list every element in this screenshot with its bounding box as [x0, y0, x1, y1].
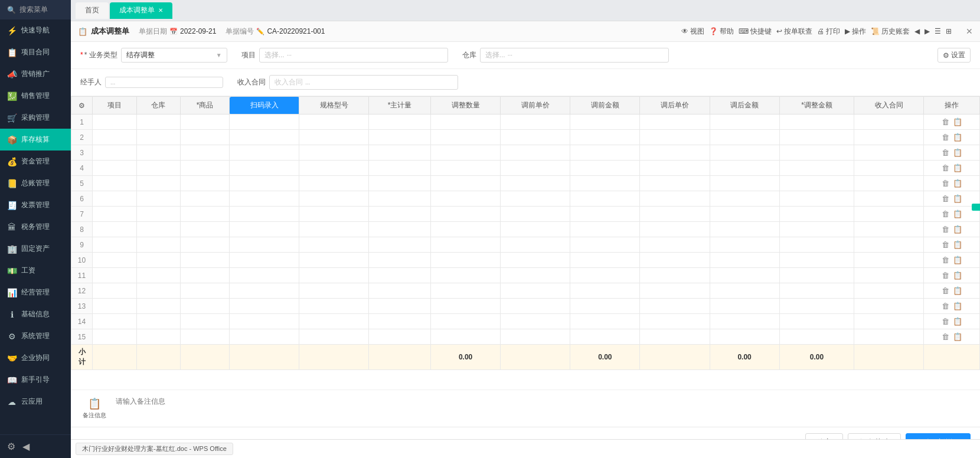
cell-row5-product[interactable] — [181, 176, 230, 191]
cell-row4-adj-amount[interactable] — [779, 161, 854, 176]
cell-row8-unit[interactable] — [369, 222, 431, 237]
cell-row9-pre-amount[interactable] — [570, 237, 640, 253]
cell-row9-post-unit-price[interactable] — [640, 237, 710, 253]
cell-row6-pre-amount[interactable] — [570, 191, 640, 207]
cell-row14-adj-amount[interactable] — [779, 314, 854, 329]
cell-row4-post-unit-price[interactable] — [640, 161, 710, 176]
cell-row8-product[interactable] — [181, 222, 230, 237]
copy-icon-row3[interactable]: 📋 — [953, 148, 962, 157]
cell-row3-scan-input[interactable] — [230, 145, 299, 161]
cell-row11-unit[interactable] — [369, 268, 431, 283]
cell-row12-post-amount[interactable] — [710, 283, 779, 299]
cell-row1-pre-amount[interactable] — [570, 114, 640, 130]
cell-row2-product[interactable] — [181, 130, 230, 145]
cell-row14-pre-amount[interactable] — [570, 314, 640, 329]
sidebar-item-ledger-mgmt[interactable]: 📒 总账管理 — [0, 172, 71, 194]
cell-row15-spec[interactable] — [299, 329, 369, 345]
cell-row6-product[interactable] — [181, 191, 230, 207]
green-side-tab[interactable]: 展 — [972, 204, 980, 211]
cell-row11-adj-qty[interactable] — [431, 268, 501, 283]
delete-icon-row10[interactable]: 🗑 — [942, 256, 949, 264]
cell-row3-ops[interactable]: 🗑 📋 — [924, 145, 980, 161]
cell-row4-spec[interactable] — [299, 161, 369, 176]
handler-input[interactable]: ... — [105, 77, 223, 88]
cell-row6-post-unit-price[interactable] — [640, 191, 710, 207]
cell-row14-post-amount[interactable] — [710, 314, 779, 329]
cell-row6-spec[interactable] — [299, 191, 369, 207]
copy-icon-row10[interactable]: 📋 — [953, 256, 962, 264]
cell-row9-warehouse[interactable] — [136, 237, 181, 253]
cell-row7-adj-amount[interactable] — [779, 207, 854, 222]
panel-action-view-toggle1[interactable]: ☰ — [935, 27, 941, 35]
cell-row12-income-contract[interactable] — [854, 283, 924, 299]
delete-icon-row2[interactable]: 🗑 — [942, 133, 949, 142]
cell-row3-pre-unit-price[interactable] — [501, 145, 570, 161]
cell-row9-adj-amount[interactable] — [779, 237, 854, 253]
cell-row9-unit[interactable] — [369, 237, 431, 253]
cell-row12-warehouse[interactable] — [136, 283, 181, 299]
business-type-select[interactable]: 结存调整 ▼ — [121, 48, 227, 63]
remark-icon-button[interactable]: 📋 备注信息 — [80, 395, 109, 422]
cell-row15-pre-unit-price[interactable] — [501, 329, 570, 345]
cell-row5-unit[interactable] — [369, 176, 431, 191]
delete-icon-row6[interactable]: 🗑 — [942, 194, 949, 203]
project-input[interactable]: 选择... ··· — [259, 48, 448, 63]
cell-row12-ops[interactable]: 🗑 📋 — [924, 283, 980, 299]
copy-icon-row14[interactable]: 📋 — [953, 317, 962, 326]
cell-row5-pre-amount[interactable] — [570, 176, 640, 191]
cell-row8-pre-unit-price[interactable] — [501, 222, 570, 237]
cell-row12-project[interactable] — [93, 283, 137, 299]
cell-row2-adj-amount[interactable] — [779, 130, 854, 145]
cell-row13-post-amount[interactable] — [710, 299, 779, 314]
sidebar-item-fund-mgmt[interactable]: 💰 资金管理 — [0, 151, 71, 172]
sidebar-item-salary[interactable]: 💵 工资 — [0, 260, 71, 282]
panel-action-print[interactable]: 🖨 打印 — [817, 27, 840, 37]
cell-row10-adj-qty[interactable] — [431, 253, 501, 268]
cell-row8-adj-amount[interactable] — [779, 222, 854, 237]
cell-row8-post-unit-price[interactable] — [640, 222, 710, 237]
remark-input[interactable] — [113, 395, 971, 408]
cell-row10-post-unit-price[interactable] — [640, 253, 710, 268]
cell-row1-income-contract[interactable] — [854, 114, 924, 130]
sidebar-item-inventory-calc[interactable]: 📦 库存核算 — [0, 129, 71, 151]
cell-row3-product[interactable] — [181, 145, 230, 161]
cell-row12-product[interactable] — [181, 283, 230, 299]
cell-row3-post-amount[interactable] — [710, 145, 779, 161]
toggle-icon[interactable]: ◀ — [22, 441, 30, 452]
cell-row9-ops[interactable]: 🗑 📋 — [924, 237, 980, 253]
cell-row11-income-contract[interactable] — [854, 268, 924, 283]
cell-row13-warehouse[interactable] — [136, 299, 181, 314]
cell-row5-post-amount[interactable] — [710, 176, 779, 191]
cell-row4-warehouse[interactable] — [136, 161, 181, 176]
settings-button[interactable]: ⚙ 设置 — [937, 48, 971, 63]
cell-row6-adj-qty[interactable] — [431, 191, 501, 207]
cell-row15-post-amount[interactable] — [710, 329, 779, 345]
cell-row15-product[interactable] — [181, 329, 230, 345]
cell-row8-warehouse[interactable] — [136, 222, 181, 237]
sidebar-item-sales-promotion[interactable]: 📣 营销推广 — [0, 63, 71, 85]
cell-row11-spec[interactable] — [299, 268, 369, 283]
sidebar-item-ops-mgmt[interactable]: 📊 经营管理 — [0, 282, 71, 303]
cell-row3-income-contract[interactable] — [854, 145, 924, 161]
cell-row4-ops[interactable]: 🗑 📋 — [924, 161, 980, 176]
cell-row8-project[interactable] — [93, 222, 137, 237]
sidebar-item-invoice-mgmt[interactable]: 🧾 发票管理 — [0, 194, 71, 216]
cell-row2-project[interactable] — [93, 130, 137, 145]
copy-icon-row2[interactable]: 📋 — [953, 133, 962, 142]
cell-row5-spec[interactable] — [299, 176, 369, 191]
cell-row1-scan-input[interactable] — [230, 114, 299, 130]
cell-row6-project[interactable] — [93, 191, 137, 207]
cell-row13-scan-input[interactable] — [230, 299, 299, 314]
copy-icon-row5[interactable]: 📋 — [953, 179, 962, 188]
delete-icon-row3[interactable]: 🗑 — [942, 148, 949, 157]
cell-row2-scan-input[interactable] — [230, 130, 299, 145]
copy-icon-row12[interactable]: 📋 — [953, 286, 962, 295]
th-config[interactable]: ⚙ — [71, 97, 93, 114]
cell-row14-unit[interactable] — [369, 314, 431, 329]
cell-row3-adj-qty[interactable] — [431, 145, 501, 161]
delete-icon-row13[interactable]: 🗑 — [942, 302, 949, 310]
cell-row2-income-contract[interactable] — [854, 130, 924, 145]
cell-row5-project[interactable] — [93, 176, 137, 191]
cell-row6-income-contract[interactable] — [854, 191, 924, 207]
delete-icon-row1[interactable]: 🗑 — [942, 117, 949, 126]
